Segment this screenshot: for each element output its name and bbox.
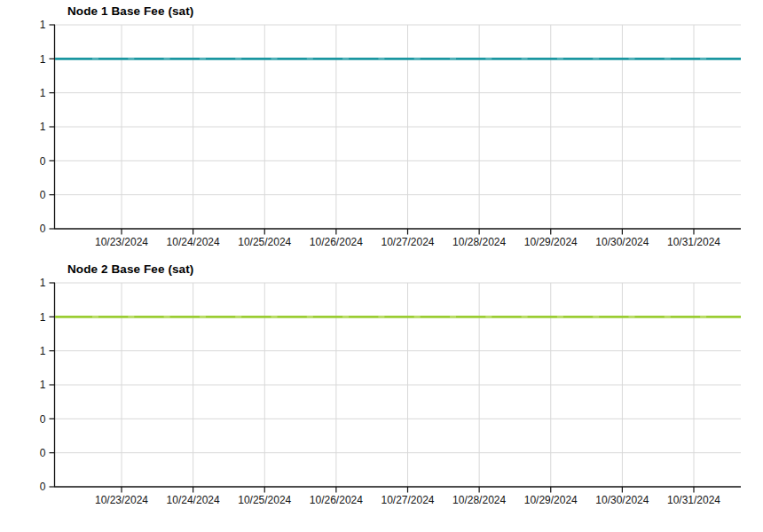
data-point-marker	[342, 317, 349, 318]
data-point-marker	[235, 59, 241, 60]
y-axis-tick-label: 1	[40, 379, 46, 391]
data-point-marker	[164, 59, 170, 60]
x-axis-tick-label: 10/27/2024	[381, 236, 434, 248]
data-point-marker	[593, 59, 599, 60]
x-axis-tick-label: 10/28/2024	[452, 236, 506, 248]
x-axis-tick-label: 10/25/2024	[238, 494, 291, 506]
data-point-marker	[593, 317, 599, 318]
data-point-marker	[665, 317, 671, 318]
data-point-marker	[485, 317, 492, 318]
dashboard-charts-page: Node 1 Base Fee (sat) 111100010/23/20241…	[0, 0, 763, 532]
y-axis-tick-label: 1	[40, 345, 46, 357]
data-point-marker	[522, 59, 528, 60]
data-point-marker	[629, 59, 635, 60]
x-axis-tick-label: 10/31/2024	[667, 494, 720, 506]
x-axis-tick-label: 10/26/2024	[310, 494, 363, 506]
data-point-marker	[414, 59, 421, 60]
x-axis-tick-label: 10/29/2024	[524, 494, 578, 506]
x-axis-tick-label: 10/25/2024	[238, 236, 291, 248]
x-axis-tick-label: 10/30/2024	[595, 236, 649, 248]
y-axis-tick-label: 1	[40, 311, 46, 324]
y-axis-tick-label: 1	[40, 53, 46, 66]
data-point-marker	[485, 59, 492, 60]
data-point-marker	[128, 317, 134, 318]
data-point-marker	[200, 317, 206, 318]
data-point-marker	[164, 317, 170, 318]
x-axis-tick-label: 10/24/2024	[167, 236, 220, 248]
chart-node1-base-fee: Node 1 Base Fee (sat) 111100010/23/20241…	[0, 0, 763, 257]
data-point-marker	[629, 317, 635, 318]
x-axis-tick-label: 10/28/2024	[452, 494, 506, 506]
x-axis-tick-label: 10/30/2024	[595, 494, 649, 506]
y-axis-tick-label: 0	[40, 189, 46, 201]
y-axis-tick-label: 0	[40, 155, 46, 168]
data-point-marker	[271, 317, 278, 318]
y-axis-tick-label: 0	[40, 413, 46, 426]
data-point-marker	[92, 317, 98, 318]
x-axis-tick-label: 10/23/2024	[95, 236, 148, 248]
data-point-marker	[271, 59, 278, 60]
data-point-marker	[450, 59, 456, 60]
data-point-marker	[557, 317, 563, 318]
x-axis-tick-label: 10/31/2024	[667, 236, 720, 248]
y-axis-tick-label: 1	[40, 19, 46, 31]
x-axis-tick-label: 10/26/2024	[310, 236, 363, 248]
x-axis-tick-label: 10/29/2024	[524, 236, 578, 248]
y-axis-tick-label: 1	[40, 121, 46, 133]
x-axis-tick-label: 10/27/2024	[381, 494, 434, 506]
y-axis-tick-label: 1	[40, 277, 46, 289]
data-point-marker	[307, 317, 313, 318]
chart-node2-base-fee: Node 2 Base Fee (sat) 111100010/23/20241…	[0, 258, 763, 515]
data-point-marker	[128, 59, 134, 60]
x-axis-tick-label: 10/23/2024	[95, 494, 148, 506]
x-axis-tick-label: 10/24/2024	[167, 494, 220, 506]
data-point-marker	[200, 59, 206, 60]
data-point-marker	[307, 59, 313, 60]
data-point-marker	[414, 317, 421, 318]
data-point-marker	[378, 59, 384, 60]
data-point-marker	[235, 317, 241, 318]
data-point-marker	[342, 59, 349, 60]
data-point-marker	[665, 59, 671, 60]
data-point-marker	[557, 59, 563, 60]
chart-plot-node1: 111100010/23/202410/24/202410/25/202410/…	[0, 0, 763, 257]
data-point-marker	[700, 59, 706, 60]
data-point-marker	[700, 317, 706, 318]
y-axis-tick-label: 0	[40, 447, 46, 459]
data-point-marker	[92, 59, 98, 60]
data-point-marker	[378, 317, 384, 318]
data-point-marker	[450, 317, 456, 318]
y-axis-tick-label: 1	[40, 87, 46, 99]
y-axis-tick-label: 0	[40, 481, 46, 493]
y-axis-tick-label: 0	[40, 223, 46, 235]
data-point-marker	[522, 317, 528, 318]
chart-plot-node2: 111100010/23/202410/24/202410/25/202410/…	[0, 258, 763, 515]
